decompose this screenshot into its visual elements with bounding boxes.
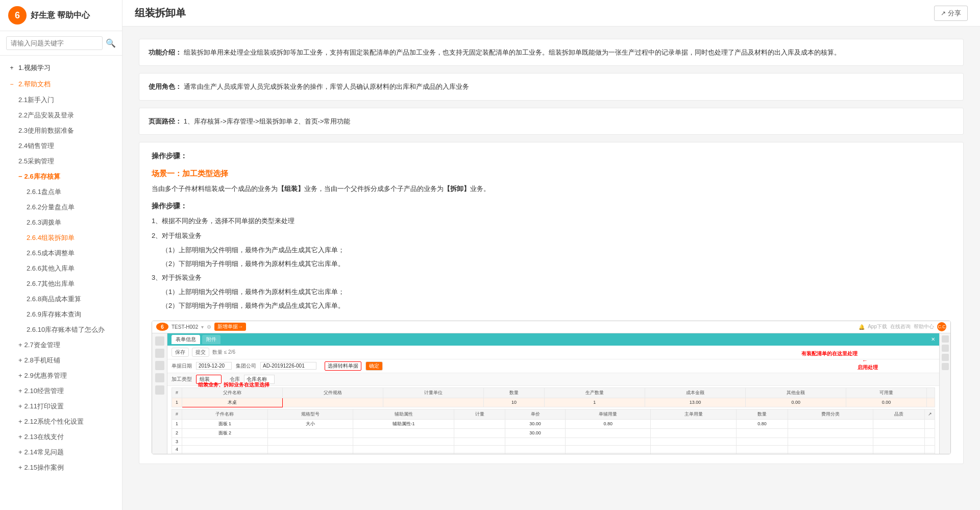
sidebar-item-voucher[interactable]: +2.9优惠券管理 — [0, 368, 122, 383]
mock-type-label: 加工类型 — [172, 376, 192, 383]
mock-confirm-btn: 确定 — [365, 361, 383, 371]
mock-tab-attachment: 附件 — [202, 335, 220, 344]
mock-tab-form: 表单信息 — [172, 335, 200, 344]
mock-save-btn: 保存 — [172, 348, 189, 357]
sidebar-item-purchase[interactable]: 2.5采购管理 — [0, 154, 122, 169]
sidebar-item-cost[interactable]: 2.6.5成本调整单 — [0, 246, 122, 261]
role-text: 通常由生产人员或库管人员完成拆装业务的操作，库管人员确认原材料的出库和产成品的入… — [184, 83, 469, 90]
main-area: 组装拆卸单 ↗ 分享 功能介绍： 组装拆卸单用来处理企业组装或拆卸等加工业务，支… — [122, 0, 980, 510]
sidebar-item-docs[interactable]: − 2.帮助文档 — [0, 76, 122, 92]
sidebar-item-stocktake[interactable]: 2.6.1盘点单 — [0, 184, 122, 200]
sidebar-item-inventory[interactable]: −2.6库存核算 — [0, 169, 122, 184]
sidebar-item-custom[interactable]: +2.12系统个性化设置 — [0, 414, 122, 429]
sidebar-item-video[interactable]: + 1.视频学习 — [0, 60, 122, 76]
sidebar-item-cases[interactable]: +2.15操作案例 — [0, 460, 122, 475]
sidebar-item-finance[interactable]: +2.7资金管理 — [0, 337, 122, 353]
ops-label: 操作步骤： — [152, 202, 951, 211]
intro-label: 功能介绍： — [149, 48, 182, 56]
step2-sub1: （1）上部明细为父件明细，最终作为产成品生成其它入库单； — [162, 244, 951, 257]
sidebar-item-stock-check[interactable]: 2.6.9库存账本查询 — [0, 307, 122, 322]
search-icon[interactable]: 🔍 — [106, 38, 116, 48]
annotation-enable: 启用处理 — [857, 364, 878, 371]
ops-title: 操作步骤： — [152, 152, 951, 161]
sidebar-item-ops[interactable]: +2.10经营管理 — [0, 383, 122, 399]
step3-sub2: （2）下部明细为子件明细，最终作为产成品生成其它入库单。 — [162, 300, 951, 312]
sidebar-item-other-in[interactable]: 2.6.6其他入库单 — [0, 261, 122, 276]
logo-icon: 6 — [8, 6, 27, 25]
intro-box: 功能介绍： 组装拆卸单用来处理企业组装或拆卸等加工业务，支持有固定装配清单的产品… — [139, 39, 964, 66]
sidebar-item-label: 2.帮助文档 — [18, 80, 51, 89]
step2: 2、对于组装业务 — [152, 230, 951, 242]
path-box: 页面路径： 1、库存核算->库存管理->组装拆卸单 2、首页->常用功能 — [139, 108, 964, 135]
sidebar-item-print[interactable]: +2.11打印设置 — [0, 399, 122, 414]
sidebar-item-adjust[interactable]: 2.6.3调拨单 — [0, 215, 122, 230]
path-label: 页面路径： — [149, 117, 182, 125]
nav-tree: + 1.视频学习 − 2.帮助文档 2.1新手入门 2.2产品安装及登录 2.3… — [0, 56, 122, 510]
sidebar-item-data[interactable]: 2.3使用前数据准备 — [0, 123, 122, 138]
minus-icon: − — [8, 81, 15, 88]
intro-text: 组装拆卸单用来处理企业组装或拆卸等加工业务，支持有固定装配清单的产品加工业务，也… — [184, 48, 841, 56]
sidebar-item-assemble[interactable]: 2.6.4组装拆卸单 — [0, 230, 122, 246]
topbar: 组装拆卸单 ↗ 分享 — [122, 0, 980, 27]
role-box: 使用角色： 通常由生产人员或库管人员完成拆装业务的操作，库管人员确认原材料的出库… — [139, 73, 964, 100]
mock-app: 6 TEST-H002 ▾ ⚙ 新增单据→ 🔔 App下载 在线咨询 帮助中心 … — [152, 321, 950, 454]
plus-icon: + — [8, 64, 15, 71]
screenshot-container: 6 TEST-H002 ▾ ⚙ 新增单据→ 🔔 App下载 在线咨询 帮助中心 … — [152, 321, 951, 454]
sidebar-item-install[interactable]: 2.2产品安装及登录 — [0, 108, 122, 123]
content-area: 功能介绍： 组装拆卸单用来处理企业组装或拆卸等加工业务，支持有固定装配清单的产品… — [122, 27, 980, 510]
share-button[interactable]: ↗ 分享 — [934, 6, 968, 21]
scene1-desc: 当由多个子件材料组装成一个成品的业务为【组装】业务，当由一个父件拆分成多个子产品… — [152, 183, 951, 196]
step1: 1、根据不同的业务，选择不同单据的类型来处理 — [152, 215, 951, 228]
mock-submit-btn: 提交 — [192, 348, 209, 357]
mock-date-label: 单据日期 — [172, 362, 192, 370]
mock-biz-label: 集团公司 — [236, 362, 256, 370]
search-input[interactable] — [6, 36, 103, 50]
sidebar: 6 好生意 帮助中心 🔍 + 1.视频学习 − 2.帮助文档 2.1新手入门 2… — [0, 0, 122, 510]
mock-select-btn: 选择转料单据 — [325, 361, 361, 371]
annotation-bom: 有装配清单的在这里处理 — [801, 350, 857, 357]
mock-app-id: TEST-H002 — [172, 324, 198, 330]
mock-date-value: 2019-12-20 — [196, 362, 232, 370]
mock-right-sidebar — [939, 333, 950, 454]
scene1-title: 场景一：加工类型选择 — [152, 169, 951, 179]
role-label: 使用角色： — [149, 83, 182, 90]
mock-left-sidebar — [152, 333, 167, 454]
mock-main-form: 表单信息 附件 ✕ 保存 提交 数量 ≤ 2/6 — [167, 333, 939, 454]
step3: 3、对于拆装业务 — [152, 272, 951, 284]
path-text: 1、库存核算->库存管理->组装拆卸单 2、首页->常用功能 — [184, 117, 351, 125]
page-title: 组装拆卸单 — [135, 6, 186, 20]
sidebar-header: 6 好生意 帮助中心 — [0, 0, 122, 31]
sidebar-item-label: 1.视频学习 — [18, 63, 51, 72]
step3-sub1: （1）上部明细为父件明细，最终作为原材料生成其它出库单； — [162, 286, 951, 299]
sidebar-item-other-out[interactable]: 2.6.7其他出库单 — [0, 276, 122, 292]
step2-sub2: （2）下部明细为子件明细，最终作为原材料生成其它出库单。 — [162, 258, 951, 271]
logo-text: 好生意 帮助中心 — [31, 10, 90, 21]
mock-new-btn: 新增单据→ — [214, 323, 246, 331]
annotation-arrow1: ← — [862, 357, 868, 363]
sidebar-item-new[interactable]: 2.1新手入门 — [0, 92, 122, 108]
sidebar-item-online-pay[interactable]: +2.13在线支付 — [0, 429, 122, 445]
mock-avatar: C.C — [937, 322, 946, 331]
mock-logo: 6 — [156, 323, 168, 331]
sidebar-item-mobile[interactable]: +2.8手机旺铺 — [0, 353, 122, 368]
search-box: 🔍 — [0, 31, 122, 56]
share-icon: ↗ — [941, 10, 946, 17]
sidebar-item-sales[interactable]: 2.4销售管理 — [0, 138, 122, 154]
sidebar-item-cost-recalc[interactable]: 2.6.8商品成本重算 — [0, 292, 122, 307]
sidebar-item-faq[interactable]: +2.14常见问题 — [0, 445, 122, 460]
screenshot-image: 6 TEST-H002 ▾ ⚙ 新增单据→ 🔔 App下载 在线咨询 帮助中心 … — [152, 321, 950, 454]
sidebar-item-account-err[interactable]: 2.6.10库存账本错了怎么办 — [0, 322, 122, 337]
mock-biz-value: AD-20191226-001 — [260, 362, 316, 370]
sidebar-item-partialtake[interactable]: 2.6.2分量盘点单 — [0, 200, 122, 215]
